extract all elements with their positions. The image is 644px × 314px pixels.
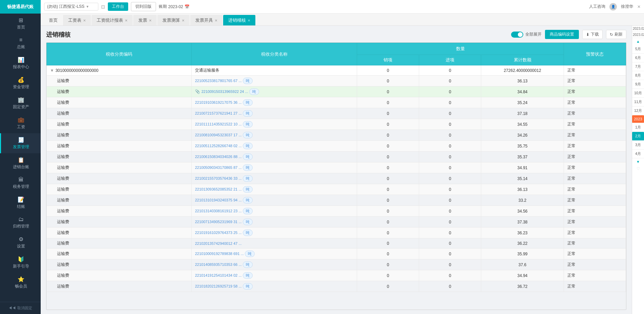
sidebar-item-label: 首页 [17,24,25,30]
calendar-feb[interactable]: 2月 [632,132,644,141]
sidebar-item-guide[interactable]: 🔰 新手引导 [0,253,41,273]
cell-status: 正常 [564,206,626,217]
invoice-code-value[interactable]: 221019103619217075 36 ... [195,100,242,104]
calendar-mar[interactable]: 3月 [632,141,644,150]
sidebar-item-settlement[interactable]: 📝 结账 [0,193,41,213]
download-icon: ⬇ [586,32,589,37]
tab-close-icon[interactable]: ✕ [83,19,86,22]
calendar-2023[interactable]: 2023 [632,115,644,123]
sidebar-item-archive[interactable]: 🗂 归档管理 [0,213,41,233]
invoice-code-value[interactable]: 221005112528266748 02 ... [195,144,242,148]
sidebar-item-home[interactable]: ⊞ 首页 [0,14,41,34]
copy-icon[interactable]: ⊡ [101,4,105,9]
invoice-code-value[interactable]: 221019161029764373 25 ... [195,231,242,235]
row-collapse-icon[interactable]: ▼ [50,68,54,73]
row-name-value: 运输费 [57,133,69,137]
topbar-close-icon[interactable]: ✕ [637,4,641,9]
invoice-code-value[interactable]: 221013140308161912 23 ... [195,209,242,213]
cell-tax-name: 221008100945323037 17 ... 吨 [192,130,357,141]
cell-cumulative: 33.2 [481,195,564,206]
invoice-code-value[interactable]: 221007134905231969 31 ... [195,220,242,224]
tab-payroll[interactable]: 工资表 ✕ [63,15,91,25]
invoice-code-value[interactable]: 221008100945323037 17 ... [195,133,242,137]
tab-payroll-report[interactable]: 工资统计报表 ✕ [92,15,133,25]
calendar-jan[interactable]: 1月 [632,123,644,132]
sidebar-item-settings[interactable]: ⚙ 设置 [0,233,41,253]
invoice-code-value[interactable]: 221010009192789838 691 ... [195,252,244,256]
calendar-may[interactable]: 5月 [632,45,644,54]
tab-purchase-sales-check[interactable]: 进销稽核 ✕ [223,15,255,25]
tab-close-icon[interactable]: ✕ [149,19,152,22]
unit-tag: 吨 [243,272,253,279]
tab-close-icon[interactable]: ✕ [182,19,184,22]
sidebar-item-payroll[interactable]: 💼 工资 [0,113,41,133]
tab-home[interactable]: 首页 [44,15,62,25]
calendar-jul[interactable]: 7月 [632,62,644,71]
tab-close-icon[interactable]: ✕ [215,19,217,22]
calendar-sep[interactable]: 9月 [632,80,644,89]
cell-status: 正常 [564,217,626,228]
workspace-button[interactable]: 工作台 [108,2,128,11]
invoice-code-value[interactable]: 221002155703576436 33 ... [195,176,242,180]
sidebar-item-purchase-sales[interactable]: 📋 进销台账 [0,153,41,173]
cell-status: 正常 [564,238,626,249]
period-label: 账期 [159,4,167,9]
calendar-oct[interactable]: 10月 [632,89,644,98]
sidebar-item-ledger[interactable]: ≡ 总账 [0,34,41,53]
invoice-code-value[interactable]: 221013093652085352 21 ... [195,187,242,191]
tab-close-icon[interactable]: ✕ [125,19,128,22]
calendar-apr[interactable]: 4月 [632,150,644,158]
funds-icon: 💰 [18,77,24,83]
calendar-year1: 2023.02 [632,26,644,32]
invoice-code-value[interactable]: 221018202126925719 58 ... [195,284,242,288]
support-link[interactable]: 人工咨询 [589,4,605,9]
refresh-button[interactable]: ↻ 刷新 [606,30,626,39]
calendar-aug[interactable]: 8月 [632,71,644,80]
tab-invoice[interactable]: 发票 ✕ [133,15,157,25]
app-logo: 畅捷通易代账 [0,0,41,14]
sidebar-item-member[interactable]: ⭐ 畅会员 [0,273,41,293]
invoice-code-value[interactable]: 221011111435921522 10 ... [195,122,242,126]
calendar-jun[interactable]: 6月 [632,54,644,62]
tab-invoice-issue[interactable]: 发票开具 ✕ [190,15,222,25]
tab-close-icon[interactable]: ✕ [248,19,250,22]
cell-cumulative: 36.13 [481,184,564,195]
invoice-code-value[interactable]: 221014085935710353 66 ... [195,262,242,267]
invoice-code-value[interactable]: 221005233817801765 67 ... [195,79,242,83]
sidebar-item-funds[interactable]: 💰 资金管理 [0,73,41,93]
unpin-button[interactable]: ◀◀ 取消固定 [0,302,41,314]
invoice-code-value[interactable]: 221005090343170865 87 ... [195,165,242,170]
sidebar-item-assets[interactable]: 🏢 固定资产 [0,93,41,113]
row-name-value: 运输费 [57,251,69,256]
data-table: 税收分类编码 税收分类名称 数量 预警状态 销项 进项 累计数额 ▼301000… [46,43,626,292]
cell-cumulative: 35.99 [481,249,564,259]
switch-version-button[interactable]: 切到旧版 [131,2,156,11]
sidebar-item-reports[interactable]: 📊 报表中心 [0,53,41,73]
company-selector[interactable]: (勿动) 江西报宝-LSS ▼ [44,3,98,11]
calendar-icon[interactable]: 📅 [184,4,190,9]
sidebar-item-invoice[interactable]: 🧾 发票管理 [0,133,41,153]
period-display: 账期 2023-02 📅 [159,4,190,9]
tab-invoice-calc[interactable]: 发票测算 ✕ [157,15,190,25]
invoice-code-value[interactable]: 221007215737621941 27 ... [195,111,242,115]
invoice-code-value[interactable]: 221014191254101434 02 ... [195,273,242,277]
topbar-right: 人工咨询 👤 徐澄华 ✕ [589,3,641,11]
ledger-icon: ≡ [19,37,22,43]
download-button[interactable]: ⬇ 下载 [582,30,603,39]
username-label[interactable]: 徐澄华 [621,4,633,9]
calendar-nov[interactable]: 11月 [632,98,644,106]
product-code-settings-button[interactable]: 商品编码设置 [545,30,579,39]
invoice-code-value[interactable]: 221020135742940012 47 ... [195,241,242,246]
calendar-dec[interactable]: 12月 [632,106,644,115]
invoice-code-value[interactable]: 221009150313965922 24 ... [201,90,248,94]
unit-tag: 吨 [243,230,253,236]
calendar-up-nav[interactable]: ▲ [635,38,641,45]
calendar-down-nav[interactable]: ▼ [635,158,641,165]
invoice-code-value[interactable]: 221013101943240375 94 ... [195,198,242,202]
invoice-code-value[interactable]: 221006150834034026 88 ... [195,155,242,159]
cell-status: 正常 [564,86,626,97]
expand-toggle[interactable] [511,32,523,38]
cell-sales: 0 [357,228,419,238]
row-name-value: 运输费 [57,209,69,213]
sidebar-item-tax[interactable]: 🏛 税务管理 [0,173,41,193]
